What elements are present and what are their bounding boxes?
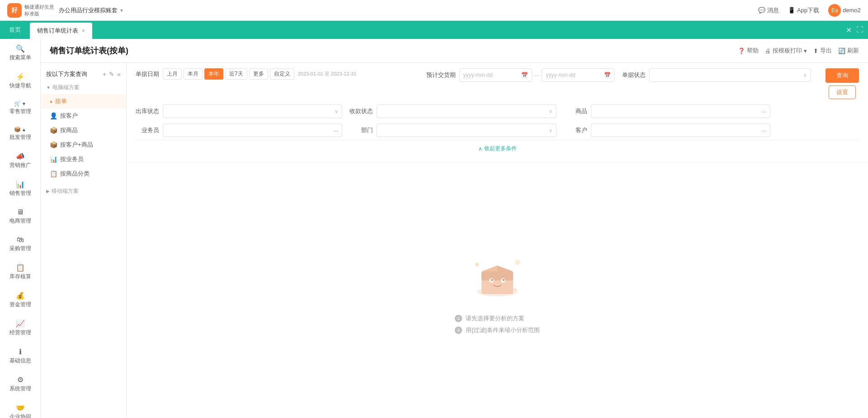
logo-text: 畅捷通好生意 标准版 [24, 4, 54, 17]
date-separator: — [534, 72, 540, 79]
quick-nav-icon: ⚡ [0, 72, 40, 81]
tab-sales-order-stats[interactable]: 销售订单统计表 × [30, 23, 92, 39]
by-salesperson-icon: 📊 [50, 156, 57, 163]
goods-input[interactable]: ··· [591, 104, 770, 118]
finance-icon: 💰 [0, 291, 40, 300]
calendar-icon-2: 📅 [604, 72, 611, 78]
expected-date-from[interactable]: yyyy-mm-dd 📅 [459, 68, 533, 82]
marketing-icon: 📣 [0, 152, 40, 161]
breadcrumb-dropdown-icon[interactable]: ▾ [120, 7, 123, 14]
delivery-status-select[interactable]: ∨ [163, 104, 342, 118]
svg-rect-2 [481, 271, 513, 280]
help-button[interactable]: ❓ 帮助 [738, 47, 759, 55]
tree-item-by-customer[interactable]: 👤 按客户 [41, 109, 126, 123]
system-icon: ⚙ [0, 375, 40, 384]
delivery-arrow: ∨ [335, 109, 338, 114]
goods-ellipsis[interactable]: ··· [761, 108, 766, 115]
wholesale-expand-arrow: ▲ [22, 127, 26, 132]
left-panel-header: 按以下方案查询 + ✎ « [41, 67, 126, 81]
query-button[interactable]: 查询 [826, 68, 859, 83]
sidebar-item-system[interactable]: ⚙ 系统管理 [0, 370, 40, 398]
tree-item-by-customer-goods[interactable]: 📦 按客户+商品 [41, 138, 126, 152]
filter-body: 单据日期 上月 本月 本年 近7天 更多 自定义 2023-01-01 至 20… [127, 63, 868, 162]
svg-point-9 [475, 263, 479, 266]
sidebar-item-operations[interactable]: 📈 经营管理 [0, 314, 40, 342]
settings-button[interactable]: 设置 [829, 86, 856, 99]
calendar-icon-1: 📅 [521, 72, 528, 78]
date-btn-7days[interactable]: 近7天 [225, 68, 247, 80]
tree-item-by-category[interactable]: 📋 按商品分类 [41, 166, 126, 181]
expected-date-label: 预计交货期 [426, 71, 456, 79]
collapse-panel-button[interactable]: « [117, 71, 121, 78]
order-status-arrow: ∨ [803, 72, 807, 78]
window-expand-icon[interactable]: ⛶ [856, 26, 863, 34]
salesperson-ellipsis[interactable]: ··· [333, 127, 338, 134]
payment-arrow: ∨ [549, 109, 552, 114]
tabbar-controls: ✕ ⛶ [846, 26, 868, 34]
sidebar-item-purchase[interactable]: 🛍 采购管理 [0, 230, 40, 258]
app-download-button[interactable]: 📱 App下载 [788, 6, 819, 14]
tree-item-by-goods[interactable]: 📦 按商品 [41, 123, 126, 138]
by-order-icon: ● [50, 99, 52, 104]
sidebar-item-enterprise[interactable]: 🤝 企业协同 [0, 398, 40, 418]
empty-illustration [468, 247, 527, 305]
add-scheme-button[interactable]: + [103, 71, 106, 78]
tab-close-icon[interactable]: × [82, 28, 85, 34]
tree-item-by-salesperson[interactable]: 📊 按业务员 [41, 152, 126, 166]
customer-ellipsis[interactable]: ··· [761, 127, 766, 134]
date-btn-this-month[interactable]: 本月 [184, 68, 203, 80]
salesperson-label: 业务员 [136, 126, 159, 134]
left-panel-icons: + ✎ « [103, 71, 121, 78]
sidebar-item-finance[interactable]: 💰 资金管理 [0, 286, 40, 314]
edit-scheme-button[interactable]: ✎ [109, 71, 114, 78]
print-button[interactable]: 🖨 按模板打印 ▾ [765, 47, 807, 55]
collapse-bar[interactable]: ∧ 收起更多条件 [136, 140, 859, 157]
empty-tip-1: ① 请先选择要分析的方案 [455, 314, 539, 323]
empty-state: ① 请先选择要分析的方案 ② 用[过滤]条件来缩小分析范围 [127, 163, 868, 418]
sidebar-item-retail[interactable]: 🛒 ▼ 零售管理 [0, 95, 40, 121]
window-close-icon[interactable]: ✕ [846, 26, 852, 34]
tab-home[interactable]: 首页 [0, 21, 30, 39]
sidebar-item-wholesale[interactable]: 📦 ▲ 批发管理 [0, 121, 40, 147]
refresh-icon: 🔄 [838, 48, 845, 54]
customer-input[interactable]: ··· [591, 124, 770, 137]
operations-icon: 📈 [0, 319, 40, 328]
sidebar-item-ecommerce[interactable]: 🖥 电商管理 [0, 203, 40, 230]
empty-tip-2: ② 用[过滤]条件来缩小分析范围 [455, 326, 539, 334]
expected-date-to[interactable]: yyyy-mm-dd 📅 [542, 68, 615, 82]
query-btn-area: 查询 设置 [818, 68, 859, 99]
sidebar-item-sales[interactable]: 📊 销售管理 [0, 175, 40, 203]
sidebar-item-basic[interactable]: ℹ 基础信息 [0, 342, 40, 370]
export-button[interactable]: ⬆ 导出 [813, 47, 832, 55]
date-btn-custom[interactable]: 自定义 [270, 68, 294, 80]
sidebar-item-inventory[interactable]: 📋 库存核算 [0, 258, 40, 286]
logo-icon: 好 [7, 3, 22, 18]
pc-group-header: ▼ 电脑端方案 [41, 81, 126, 94]
mobile-group-arrow: ▶ [46, 189, 50, 194]
logo-area: 好 畅捷通好生意 标准版 [7, 3, 54, 18]
date-btn-this-year[interactable]: 本年 [204, 68, 223, 80]
enterprise-icon: 🤝 [0, 404, 40, 412]
salesperson-input[interactable]: ··· [163, 124, 342, 137]
goods-label: 商品 [564, 107, 587, 115]
order-status-select[interactable]: ∨ [649, 68, 811, 82]
payment-status-select[interactable]: ∨ [377, 104, 556, 118]
expected-from-placeholder: yyyy-mm-dd [463, 72, 520, 78]
result-area: 单据日期 上月 本月 本年 近7天 更多 自定义 2023-01-01 至 20… [127, 63, 868, 418]
department-select[interactable]: ∨ [377, 124, 556, 137]
by-goods-icon: 📦 [50, 127, 57, 134]
sidebar-item-quick-nav[interactable]: ⚡ 快捷导航 [0, 67, 40, 95]
user-area[interactable]: Ea demo2 [828, 4, 861, 17]
date-range-display: 2023-01-01 至 2023-12-31 [298, 71, 357, 77]
date-btn-more[interactable]: 更多 [249, 68, 268, 80]
date-btn-last-month[interactable]: 上月 [163, 68, 182, 80]
payment-label: 收款状态 [349, 107, 373, 115]
sidebar-item-search-menu[interactable]: 🔍 搜索菜单 [0, 39, 40, 67]
breadcrumb[interactable]: 办公用品行业模拟账套 ▾ [59, 6, 123, 14]
message-button[interactable]: 💬 消息 [758, 6, 779, 14]
sidebar-item-marketing[interactable]: 📣 营销推广 [0, 147, 40, 175]
topbar-left: 好 畅捷通好生意 标准版 办公用品行业模拟账套 ▾ [7, 3, 123, 18]
print-dropdown-icon[interactable]: ▾ [804, 48, 807, 54]
tree-item-by-order[interactable]: ● 按单 [41, 94, 126, 109]
refresh-button[interactable]: 🔄 刷新 [838, 47, 859, 55]
